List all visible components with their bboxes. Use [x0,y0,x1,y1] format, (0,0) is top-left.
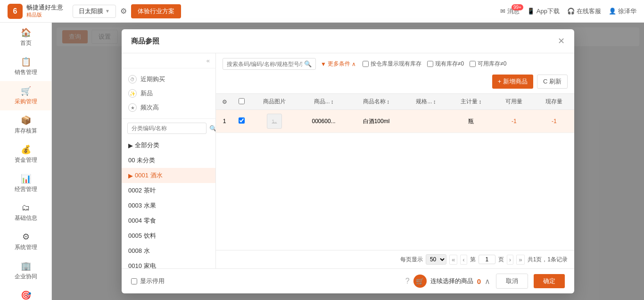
quick-link-new[interactable]: ✨ 新品 [122,86,215,100]
quick-link-frequent[interactable]: ★ 频次高 [122,100,215,115]
sidebar-item-finance[interactable]: 💰 资金管理 [0,140,51,169]
frequent-icon: ★ [128,103,137,112]
gear-button[interactable]: ⚙ [116,4,131,19]
checkbox-available-ne-input[interactable] [470,61,476,67]
svg-rect-0 [270,117,279,126]
row-available: -1 [494,110,534,133]
sidebar-item-purchase[interactable]: 🛒 采购管理 [0,81,51,110]
category-item-00[interactable]: 00 未分类 [122,153,215,168]
category-00-label: 00 未分类 [128,156,155,165]
brand-sub: 精品版 [26,11,63,18]
category-search-area: 🔍 [122,119,215,138]
show-disabled-label[interactable]: 显示停用 [131,277,165,285]
product-table: ⚙ 商品图片 商品... ↕ 商品名称 ↕ 规格... ↕ 主计量 ↕ 可用量 [216,94,574,133]
page-last-button[interactable]: » [516,255,524,265]
collapse-left-button[interactable]: « [206,57,210,64]
messages-badge: 99+ [512,4,523,10]
row-code: 000600... [298,110,348,133]
refresh-button[interactable]: C 刷新 [537,75,568,89]
quick-link-recent[interactable]: ⏱ 近期购买 [122,72,215,86]
category-item-0010[interactable]: 0010 家电 [122,258,215,268]
user-profile[interactable]: 👤 徐泽华 [609,7,636,16]
col-available-sort[interactable]: 可用量 [505,98,522,106]
customer-service-button[interactable]: 🎧 在线客服 [567,7,601,16]
table-row[interactable]: 1 [216,110,574,133]
sidebar-label-operation: 经营管理 [15,185,37,193]
category-item-0004[interactable]: 0004 零食 [122,213,215,228]
modal-toolbar-right: + 新增商品 C 刷新 [492,75,568,89]
category-item-0002[interactable]: 0002 茶叶 [122,183,215,198]
confirm-button[interactable]: 确定 [534,274,565,288]
modal-overlay: 商品参照 ✕ « ⏱ 近期购买 [52,23,644,300]
messages-button[interactable]: ✉ 消息 99+ [500,7,520,16]
sidebar-item-basic[interactable]: 🗂 基础信息 [0,198,51,227]
page-number-input[interactable] [479,255,495,264]
store-dropdown-icon: ▼ [105,8,110,14]
pagination: 每页显示 50 « ‹ 第 页 › » 共1页，1条记录 [216,250,574,268]
page-label: 第 [470,256,476,264]
sidebar-item-system[interactable]: ⚙ 系统管理 [0,227,51,256]
sidebar-label-enterprise: 企业协同 [15,273,37,281]
home-icon: 🏠 [21,27,31,38]
sidebar-item-sales[interactable]: 📋 销售管理 [0,52,51,81]
category-item-0001[interactable]: ▶ 0001 酒水 [122,168,215,183]
quick-link-new-label: 新品 [140,89,153,98]
category-item-0008[interactable]: 0008 水 [122,243,215,258]
col-code-sort[interactable]: 商品... ↕ [314,98,334,106]
operation-icon: 📊 [21,174,31,184]
category-item-all[interactable]: ▶ 全部分类 [122,138,215,153]
sidebar-item-operation[interactable]: 📊 经营管理 [0,169,51,198]
row-checkbox[interactable] [239,117,245,124]
checkbox-stock-ne-input[interactable] [427,61,433,67]
col-available: 可用量 [494,94,534,110]
category-item-0003[interactable]: 0003 水果 [122,198,215,213]
headset-icon: 🎧 [567,8,575,15]
sidebar-label-basic: 基础信息 [15,214,37,222]
store-selector[interactable]: 日太阳膜 ▼ [73,5,116,18]
checkbox-available-ne[interactable]: 可用库存≠0 [470,60,506,68]
help-icon[interactable]: ? [405,277,410,285]
product-search-input[interactable] [227,61,302,67]
footer-collapse-button[interactable]: ∧ [485,277,490,286]
experience-button[interactable]: 体验行业方案 [131,4,181,18]
category-search-icon[interactable]: 🔍 [209,125,216,132]
per-page-select[interactable]: 50 [426,254,446,265]
page-next-button[interactable]: › [507,255,513,265]
product-search-icon[interactable]: 🔍 [304,60,312,67]
quick-links: ⏱ 近期购买 ✨ 新品 ★ 频次高 [122,68,215,119]
category-item-0005[interactable]: 0005 饮料 [122,228,215,243]
app-download-button[interactable]: 📱 App下载 [527,7,560,16]
col-settings[interactable]: ⚙ [216,94,233,110]
checkbox-warehouse-label: 按仓库显示现有库存 [371,60,421,68]
col-image-sort[interactable]: 商品图片 [263,98,286,106]
category-list: ▶ 全部分类 00 未分类 ▶ 0001 酒水 0002 茶 [122,138,215,268]
recent-icon: ⏱ [128,75,137,83]
select-all-checkbox[interactable] [239,98,245,104]
category-search-input[interactable] [127,123,206,134]
modal-close-button[interactable]: ✕ [558,36,565,46]
col-unit-sort[interactable]: 主计量 ↕ [461,98,481,106]
cart-button[interactable]: 🛒 [413,275,427,288]
modal-body: « ⏱ 近期购买 ✨ 新品 ★ [122,53,574,268]
sidebar-item-guide[interactable]: 🎯 新手引导 [0,285,51,300]
add-product-button[interactable]: + 新增商品 [492,75,533,89]
show-disabled-text: 显示停用 [140,277,165,285]
category-all-label: 全部分类 [135,141,159,150]
checkbox-warehouse[interactable]: 按仓库显示现有库存 [363,60,421,68]
page-prev-button[interactable]: ‹ [460,255,467,265]
logo-icon: 6 [8,4,23,19]
show-disabled-checkbox[interactable] [131,278,137,284]
col-spec-sort[interactable]: 规格... ↕ [416,98,436,106]
sidebar-item-inventory[interactable]: 📦 库存核算 [0,110,51,140]
cancel-button[interactable]: 取消 [496,274,528,289]
logo-area: 6 畅捷通好生意 精品版 [8,4,63,19]
checkbox-warehouse-input[interactable] [363,61,369,67]
page-first-button[interactable]: « [449,255,457,265]
col-checkbox [233,94,250,110]
sidebar-item-home[interactable]: 🏠 首页 [0,23,51,52]
col-name-sort[interactable]: 商品名称 ↕ [363,98,389,106]
checkbox-stock-ne[interactable]: 现有库存≠0 [427,60,464,68]
sidebar-label-home: 首页 [20,39,32,47]
sidebar-item-enterprise[interactable]: 🏢 企业协同 [0,256,51,285]
filter-more-button[interactable]: ▼ 更多条件 ∧ [321,60,356,68]
